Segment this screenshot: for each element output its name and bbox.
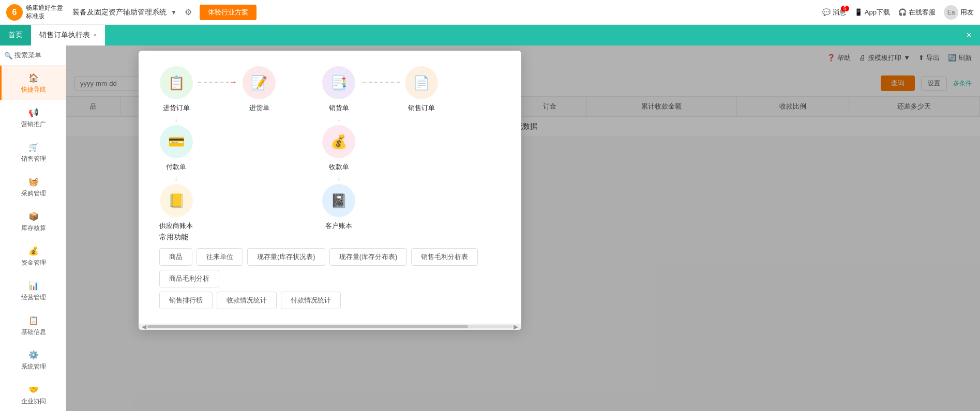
- modal-content: 📋 进货订单 ↓ 💳 付款单: [139, 51, 521, 324]
- logo-text: 畅康通好生意 标准版: [26, 4, 63, 20]
- arrow-down-2: ↓: [337, 113, 341, 125]
- flow-node-customer-ledger[interactable]: 📓 客户账本: [322, 184, 355, 231]
- supplier-ledger-icon: 📒: [160, 184, 193, 217]
- sales-order-icon: 📄: [405, 66, 438, 99]
- home-icon: 🏠: [28, 72, 39, 83]
- content-area: ❓ 帮助 🖨 按模板打印 ▼ ⬆ 导出 🔄 刷新 📅 单据状态: [66, 45, 980, 411]
- flow-node-purchase-bill[interactable]: 📝 进货单: [243, 66, 276, 113]
- inventory-icon: 📦: [28, 210, 39, 222]
- sales-icon: 🛒: [28, 141, 39, 153]
- operation-icon: 📊: [28, 280, 39, 291]
- scroll-right-arrow[interactable]: ▶: [512, 323, 519, 330]
- modal-box: 📋 进货订单 ↓ 💳 付款单: [139, 51, 521, 330]
- func-btn-sales-rank[interactable]: 销售排行榜: [159, 292, 213, 309]
- message-icon: 💬: [822, 8, 831, 16]
- func-btn-partner[interactable]: 往来单位: [197, 248, 243, 266]
- modal-scroll-bar[interactable]: ◀ ▶: [139, 324, 521, 330]
- purchase-icon: 🧺: [28, 176, 39, 187]
- sidebar-item-sales[interactable]: 🛒 销售管理: [0, 135, 66, 170]
- scroll-track: [147, 325, 512, 328]
- arrow-down-3: ↓: [174, 172, 178, 184]
- tab-sales-order[interactable]: 销售订单执行表 ×: [31, 25, 105, 45]
- tab-bar-close[interactable]: ×: [966, 30, 980, 41]
- marketing-icon: 📢: [28, 106, 39, 118]
- finance-icon: 💰: [28, 245, 39, 256]
- scroll-left-arrow[interactable]: ◀: [141, 323, 147, 330]
- func-buttons-row1: 商品 往来单位 现存量(库存状况表) 现存量(库存分布表) 销售毛利分析表 商品…: [159, 248, 501, 287]
- func-btn-receipt-stats[interactable]: 收款情况统计: [217, 292, 277, 309]
- title-dropdown-btn[interactable]: ▼: [171, 9, 177, 16]
- func-btn-sales-gross[interactable]: 销售毛利分析表: [411, 248, 478, 266]
- system-icon: ⚙️: [28, 349, 39, 360]
- scroll-thumb: [147, 325, 468, 328]
- message-badge: 5: [841, 6, 849, 11]
- sidebar-item-inventory[interactable]: 📦 库存核算: [0, 204, 66, 239]
- main-layout: 🔍 搜索菜单 🏠 快捷导航 📢 营销推广 🛒 销售管理 🧺 采购管理 📦 库存核…: [0, 45, 980, 411]
- enterprise-icon: 🤝: [28, 384, 39, 395]
- payment-bill-icon: 💳: [160, 125, 193, 158]
- customer-ledger-icon: 📓: [322, 184, 355, 217]
- sidebar-item-enterprise[interactable]: 🤝 企业协同: [0, 377, 66, 411]
- app-title-area: 装备及固定资产辅助管理系统 ▼ ⚙ 体验行业方案: [72, 5, 822, 20]
- trial-btn[interactable]: 体验行业方案: [200, 5, 257, 20]
- sidebar-item-quick-nav[interactable]: 🏠 快捷导航: [0, 66, 66, 100]
- tab-home[interactable]: 首页: [0, 25, 31, 45]
- sidebar-item-finance[interactable]: 💰 资金管理: [0, 239, 66, 273]
- search-icon: 🔍: [4, 52, 12, 59]
- sidebar-item-basic[interactable]: 📋 基础信息: [0, 308, 66, 343]
- app-title: 装备及固定资产辅助管理系统: [72, 8, 167, 17]
- top-header: 6 畅康通好生意 标准版 装备及固定资产辅助管理系统 ▼ ⚙ 体验行业方案 💬 …: [0, 0, 980, 25]
- sidebar: 🔍 搜索菜单 🏠 快捷导航 📢 营销推广 🛒 销售管理 🧺 采购管理 📦 库存核…: [0, 45, 66, 411]
- common-functions: 常用功能 商品 往来单位 现存量(库存状况表) 现存量(库存分布表) 销售毛利分…: [159, 233, 501, 309]
- sidebar-item-operation[interactable]: 📊 经营管理: [0, 273, 66, 308]
- sidebar-item-marketing[interactable]: 📢 营销推广: [0, 100, 66, 135]
- sidebar-search-btn[interactable]: 🔍 搜索菜单: [0, 45, 66, 66]
- flow-node-sales-order[interactable]: 📄 销售订单: [405, 66, 438, 113]
- app-download-btn[interactable]: 📱 App下载: [854, 8, 890, 17]
- service-icon: 🎧: [898, 8, 907, 16]
- logo-area: 6 畅康通好生意 标准版: [6, 4, 72, 21]
- tab-close-btn[interactable]: ×: [93, 32, 97, 39]
- modal-overlay: 📋 进货订单 ↓ 💳 付款单: [66, 45, 980, 411]
- func-btn-goods-gross[interactable]: 商品毛利分析: [159, 270, 219, 287]
- arrow-down-4: ↓: [337, 172, 341, 184]
- settings-icon-btn[interactable]: ⚙: [181, 5, 195, 20]
- sidebar-item-system[interactable]: ⚙️ 系统管理: [0, 343, 66, 377]
- func-btn-payment-stats[interactable]: 付款情况统计: [281, 292, 341, 309]
- app-logo: 6: [6, 4, 23, 21]
- func-btn-stock-dist[interactable]: 现存量(库存分布表): [329, 248, 408, 266]
- common-functions-title: 常用功能: [159, 233, 501, 242]
- online-service-btn[interactable]: 🎧 在线客服: [898, 8, 936, 17]
- func-btn-goods[interactable]: 商品: [159, 248, 192, 266]
- arrow-down-1: ↓: [174, 113, 178, 125]
- phone-icon: 📱: [854, 8, 863, 16]
- flow-node-purchase-order[interactable]: 📋 进货订单: [160, 66, 193, 113]
- func-buttons-row2: 销售排行榜 收款情况统计 付款情况统计: [159, 292, 501, 309]
- purchase-bill-icon: 📝: [243, 66, 276, 99]
- sidebar-item-purchase[interactable]: 🧺 采购管理: [0, 170, 66, 204]
- receipt-bill-icon: 💰: [322, 125, 355, 158]
- basic-icon: 📋: [28, 314, 39, 326]
- flow-node-payment-bill[interactable]: 💳 付款单: [160, 125, 193, 172]
- sales-bill-icon: 📑: [322, 66, 355, 99]
- avatar: Ea: [944, 5, 958, 20]
- flow-node-sales-bill[interactable]: 📑 销货单: [322, 66, 355, 113]
- purchase-order-icon: 📋: [160, 66, 193, 99]
- tab-bar: 首页 销售订单执行表 × ×: [0, 25, 980, 45]
- flow-node-receipt-bill[interactable]: 💰 收款单: [322, 125, 355, 172]
- user-menu-btn[interactable]: Ea 用友: [944, 5, 974, 20]
- message-btn[interactable]: 💬 消息 5: [822, 8, 846, 17]
- header-right: 💬 消息 5 📱 App下载 🎧 在线客服 Ea 用友: [822, 5, 974, 20]
- func-btn-stock-status[interactable]: 现存量(库存状况表): [247, 248, 325, 266]
- flow-node-supplier-ledger[interactable]: 📒 供应商账本: [159, 184, 193, 231]
